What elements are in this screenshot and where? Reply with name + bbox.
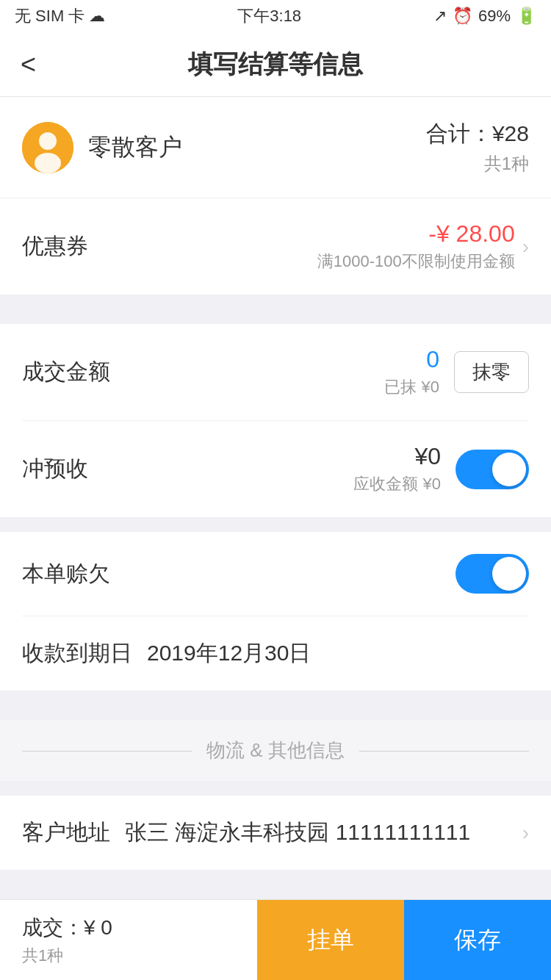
address-row[interactable]: 客户地址 张三 海淀永丰科技园 11111111111 › xyxy=(0,796,551,870)
save-button[interactable]: 保存 xyxy=(404,900,551,980)
coupon-right: -¥ 28.00 满1000-100不限制使用金额 › xyxy=(317,220,529,273)
nav-title: 填写结算等信息 xyxy=(188,48,363,82)
coupon-label: 优惠券 xyxy=(22,231,88,262)
bottom-count: 共1种 xyxy=(22,945,235,967)
divider-2 xyxy=(0,517,551,532)
status-bar: 无 SIM 卡 ☁ 下午3:18 ↗ ⏰ 69% 🔋 xyxy=(0,0,551,32)
debt-toggle-knob xyxy=(492,557,526,591)
prepayment-right: ¥0 应收金额 ¥0 xyxy=(353,443,529,495)
prepayment-label: 冲预收 xyxy=(22,454,88,484)
location-icon: ↗ xyxy=(433,7,447,26)
bottom-deal-text: 成交：¥ 0 xyxy=(22,914,235,942)
bottom-bar: 成交：¥ 0 共1种 挂单 保存 xyxy=(0,899,551,980)
battery-icon: 🔋 xyxy=(516,7,536,26)
customer-row: 零散客户 合计：¥28 共1种 xyxy=(0,97,551,198)
prepayment-toggle[interactable] xyxy=(455,450,529,489)
alarm-icon: ⏰ xyxy=(453,7,472,26)
coupon-amount: -¥ 28.00 xyxy=(317,220,515,248)
debt-label: 本单赊欠 xyxy=(22,559,110,589)
customer-section: 零散客户 合计：¥28 共1种 优惠券 -¥ 28.00 满1000-100不限… xyxy=(0,97,551,295)
divider-4 xyxy=(0,781,551,796)
deal-amount-row: 成交金额 0 已抹 ¥0 抹零 xyxy=(22,324,529,421)
deal-amount-sub: 已抹 ¥0 xyxy=(384,376,439,398)
due-date-label: 收款到期日 xyxy=(22,638,132,669)
due-date-row: 收款到期日 2019年12月30日 xyxy=(22,616,529,691)
prepayment-sub: 应收金额 ¥0 xyxy=(353,473,441,495)
status-left: 无 SIM 卡 ☁ xyxy=(15,5,105,27)
logistics-header: 物流 & 其他信息 xyxy=(0,720,551,781)
sim-label: 无 SIM 卡 ☁ xyxy=(15,5,105,27)
coupon-arrow-icon: › xyxy=(522,235,529,259)
svg-point-2 xyxy=(35,153,61,173)
customer-name: 零散客户 xyxy=(88,131,182,164)
svg-point-1 xyxy=(39,132,57,150)
deal-amount-section: 成交金额 0 已抹 ¥0 抹零 冲预收 ¥0 应收金额 ¥0 xyxy=(0,324,551,517)
coupon-row[interactable]: 优惠券 -¥ 28.00 满1000-100不限制使用金额 › xyxy=(0,198,551,295)
debt-section: 本单赊欠 收款到期日 2019年12月30日 xyxy=(0,532,551,691)
due-date-value: 2019年12月30日 xyxy=(147,638,311,669)
coupon-value-area: -¥ 28.00 满1000-100不限制使用金额 xyxy=(317,220,515,273)
round-zero-button[interactable]: 抹零 xyxy=(454,351,529,393)
bottom-actions: 挂单 保存 xyxy=(257,900,551,980)
divider-1 xyxy=(0,309,551,324)
content: 零散客户 合计：¥28 共1种 优惠券 -¥ 28.00 满1000-100不限… xyxy=(0,97,551,980)
toggle-knob xyxy=(492,453,526,486)
bottom-deal-value: ¥ 0 xyxy=(84,916,112,939)
debt-toggle[interactable] xyxy=(455,554,529,594)
divider-3 xyxy=(0,705,551,720)
status-right: ↗ ⏰ 69% 🔋 xyxy=(433,7,536,26)
customer-total: 合计：¥28 共1种 xyxy=(426,119,529,176)
prepayment-row: 冲预收 ¥0 应收金额 ¥0 xyxy=(22,421,529,517)
battery-label: 69% xyxy=(478,7,511,26)
prepayment-value-area: ¥0 应收金额 ¥0 xyxy=(353,443,441,495)
address-value: 张三 海淀永丰科技园 11111111111 xyxy=(125,818,522,848)
deal-amount-right: 0 已抹 ¥0 抹零 xyxy=(384,346,529,398)
coupon-desc: 满1000-100不限制使用金额 xyxy=(317,251,515,273)
back-button[interactable]: < xyxy=(21,49,36,80)
customer-left: 零散客户 xyxy=(22,122,182,173)
bottom-deal-label: 成交： xyxy=(22,916,84,939)
deal-amount-label: 成交金额 xyxy=(22,357,110,387)
total-price: 合计：¥28 xyxy=(426,119,529,149)
bottom-summary: 成交：¥ 0 共1种 xyxy=(0,914,257,967)
avatar xyxy=(22,122,73,173)
address-left: 客户地址 张三 海淀永丰科技园 11111111111 xyxy=(22,818,522,848)
deal-amount-value-area: 0 已抹 ¥0 xyxy=(384,346,439,398)
logistics-header-text: 物流 & 其他信息 xyxy=(192,739,359,761)
deal-amount-value: 0 xyxy=(384,346,439,373)
prepayment-value: ¥0 xyxy=(353,443,441,470)
nav-bar: < 填写结算等信息 xyxy=(0,32,551,97)
status-time: 下午3:18 xyxy=(237,5,301,27)
hang-button[interactable]: 挂单 xyxy=(257,900,404,980)
address-label: 客户地址 xyxy=(22,818,110,848)
total-count: 共1种 xyxy=(426,152,529,176)
debt-row: 本单赊欠 xyxy=(22,532,529,616)
address-arrow-icon: › xyxy=(522,821,529,845)
